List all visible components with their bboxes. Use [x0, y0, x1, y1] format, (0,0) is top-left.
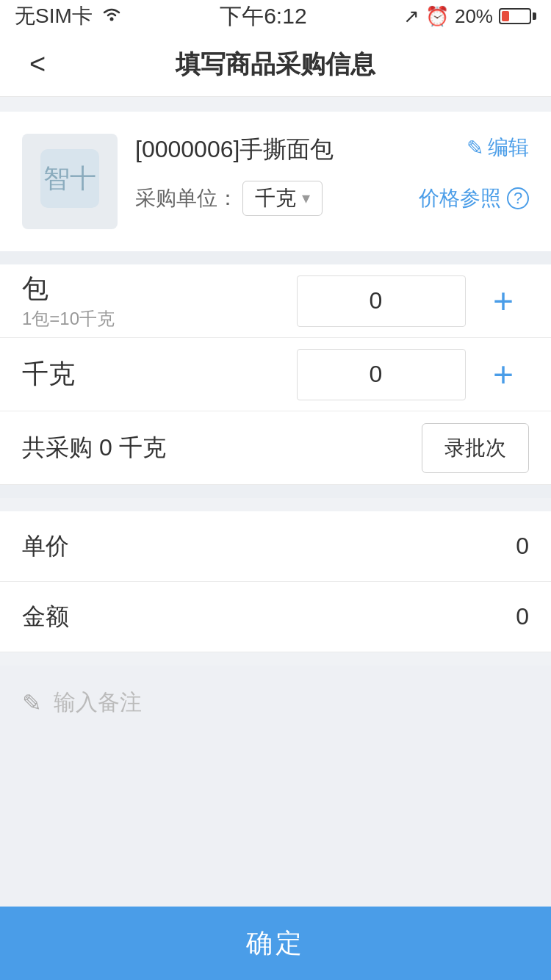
input-row-kg: 千克 + — [0, 338, 551, 411]
kg-input[interactable] — [297, 349, 466, 400]
summary-label: 共采购 — [22, 434, 93, 461]
product-logo: 智十 — [40, 149, 99, 215]
unit-row: 采购单位： 千克 ▾ 价格参照 ? — [135, 181, 529, 216]
status-bar: 无SIM卡 下午6:12 ↗ ⏰ 20% — [0, 0, 551, 32]
price-ref-label: 价格参照 — [419, 184, 501, 212]
price-row-total: 金额 0 — [0, 582, 551, 652]
price-row-unit: 单价 0 — [0, 511, 551, 582]
kg-input-wrapper: + — [118, 349, 529, 400]
battery-icon — [499, 8, 536, 24]
product-card: 智十 [0000006]手撕面包 ✎ 编辑 采购单位： 千克 ▾ 价格参照 ? — [0, 112, 551, 251]
price-ref-button[interactable]: 价格参照 ? — [419, 184, 529, 212]
help-icon: ? — [507, 187, 529, 209]
bao-main-unit: 包 — [22, 271, 118, 307]
divider-2 — [0, 485, 551, 498]
input-row-bao: 包 1包=10千克 + — [0, 264, 551, 338]
back-button[interactable]: < — [22, 41, 53, 87]
confirm-button[interactable]: 确定 — [0, 907, 551, 980]
unit-price-value: 0 — [516, 533, 529, 560]
batch-button[interactable]: 录批次 — [422, 423, 529, 473]
wifi-icon — [100, 4, 123, 28]
edit-icon: ✎ — [467, 136, 483, 160]
edit-button[interactable]: ✎ 编辑 — [467, 134, 529, 162]
bao-label: 包 1包=10千克 — [22, 271, 118, 331]
unit-dropdown[interactable]: 千克 ▾ — [242, 181, 323, 216]
status-left: 无SIM卡 — [15, 2, 123, 30]
total-amount-label: 金额 — [22, 601, 69, 633]
location-icon: ↗ — [403, 5, 419, 28]
chevron-down-icon: ▾ — [302, 189, 310, 208]
total-amount-value: 0 — [516, 603, 529, 630]
status-right: ↗ ⏰ 20% — [403, 5, 536, 28]
bao-input[interactable] — [297, 275, 466, 327]
svg-text:智十: 智十 — [43, 163, 96, 193]
bao-input-wrapper: + — [118, 275, 529, 327]
bao-sub-unit: 1包=10千克 — [22, 307, 118, 331]
price-section: 单价 0 金额 0 — [0, 511, 551, 652]
status-time: 下午6:12 — [220, 1, 306, 32]
notes-placeholder: 输入备注 — [54, 688, 142, 718]
unit-label: 采购单位： — [135, 184, 238, 212]
svg-point-0 — [109, 18, 113, 21]
summary-text: 共采购 0 千克 — [22, 432, 166, 464]
kg-label: 千克 — [22, 356, 118, 392]
product-info: [0000006]手撕面包 ✎ 编辑 采购单位： 千克 ▾ 价格参照 ? — [135, 134, 529, 216]
product-name-row: [0000006]手撕面包 ✎ 编辑 — [135, 134, 529, 166]
bao-plus-button[interactable]: + — [478, 275, 529, 327]
pencil-icon: ✎ — [22, 689, 42, 717]
carrier-text: 无SIM卡 — [15, 2, 93, 30]
product-name: [0000006]手撕面包 — [135, 134, 452, 166]
summary-value: 0 — [99, 434, 112, 461]
summary-unit: 千克 — [119, 434, 166, 461]
notes-section[interactable]: ✎ 输入备注 — [0, 666, 551, 740]
edit-label: 编辑 — [488, 134, 529, 162]
input-section: 包 1包=10千克 + 千克 + 共采购 0 千克 录批次 — [0, 264, 551, 485]
battery-percent: 20% — [455, 5, 493, 28]
summary-row: 共采购 0 千克 录批次 — [0, 411, 551, 485]
unit-selector: 采购单位： 千克 ▾ — [135, 181, 323, 216]
divider-1 — [0, 251, 551, 264]
nav-bar: < 填写商品采购信息 — [0, 32, 551, 97]
alarm-icon: ⏰ — [425, 5, 449, 28]
product-image: 智十 — [22, 134, 118, 229]
kg-plus-button[interactable]: + — [478, 349, 529, 400]
unit-value: 千克 — [255, 184, 296, 212]
page-title: 填写商品采购信息 — [176, 48, 375, 82]
unit-price-label: 单价 — [22, 530, 69, 563]
kg-main-unit: 千克 — [22, 356, 118, 392]
